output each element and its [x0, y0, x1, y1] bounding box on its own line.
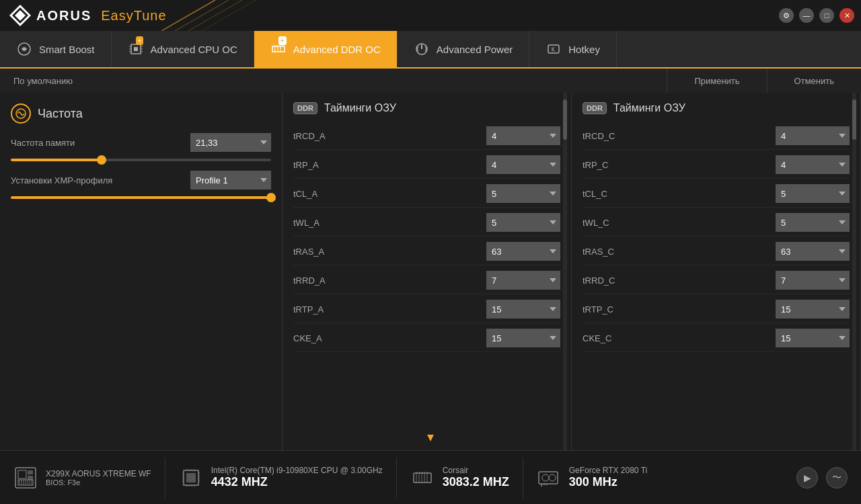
- timing-row: tWL_A 5: [293, 209, 560, 237]
- scroll-indicator-a: [563, 93, 567, 450]
- svg-rect-69: [539, 472, 558, 484]
- close-button[interactable]: ✕: [839, 8, 854, 23]
- tab-advanced-cpu-oc[interactable]: Advanced CPU OC +: [112, 31, 254, 67]
- ddr-c-badge: DDR: [583, 102, 607, 114]
- timing-label-tWL_A: tWL_A: [293, 218, 340, 228]
- bottom-controls: ▶ 〜: [796, 467, 848, 489]
- freq-memory-row: Частота памяти 21,33: [11, 133, 271, 152]
- svg-rect-29: [18, 470, 26, 478]
- timing-label-tWL_C: tWL_C: [583, 218, 630, 228]
- mb-icon: [13, 466, 38, 490]
- xmp-slider-track[interactable]: [11, 196, 271, 199]
- ddr-a-timings-list: tRCD_A 4 tRP_A 4 tCL_A 5 tWL_A 5 tRAS_A …: [293, 122, 560, 352]
- timing-row: tRAS_A 63: [293, 238, 560, 265]
- timing-dropdown-tRP_A[interactable]: 4: [486, 155, 560, 174]
- svg-point-70: [542, 474, 549, 481]
- timing-dropdown-CKE_A[interactable]: 15: [486, 329, 560, 347]
- timing-row: tWL_C 5: [583, 209, 850, 237]
- gpu-name: GeForce RTX 2080 Ti: [569, 466, 648, 475]
- default-button[interactable]: По умолчанию: [0, 69, 100, 93]
- tab-advanced-ddr-oc[interactable]: Advanced DDR OC +: [254, 31, 398, 67]
- svg-rect-30: [28, 470, 33, 474]
- timing-dropdown-tRCD_A[interactable]: 4: [486, 126, 560, 145]
- tab-smart-boost-label: Smart Boost: [39, 44, 95, 55]
- frequency-title-text: Частота: [38, 107, 83, 121]
- tab-advanced-ddr-oc-label: Advanced DDR OC: [293, 44, 381, 55]
- aorus-logo: AORUS: [8, 3, 91, 28]
- xmp-slider-container: [11, 196, 271, 199]
- freq-slider-thumb[interactable]: [97, 155, 106, 165]
- timing-dropdown-tWL_C[interactable]: 5: [776, 213, 850, 232]
- xmp-slider-fill: [11, 196, 271, 199]
- timing-label-tRCD_A: tRCD_A: [293, 131, 340, 141]
- frequency-panel: Частота Частота памяти 21,33 Установки X…: [0, 93, 283, 450]
- xmp-profile-dropdown[interactable]: Profile 1: [190, 171, 271, 190]
- svg-line-3: [161, 0, 215, 31]
- main-content: Частота Частота памяти 21,33 Установки X…: [0, 93, 861, 450]
- ddr-a-title: DDR Тайминги ОЗУ: [293, 102, 560, 114]
- xmp-slider-thumb[interactable]: [266, 193, 276, 202]
- timing-row: tRAS_C 63: [583, 238, 850, 265]
- timing-dropdown-tRCD_C[interactable]: 4: [776, 126, 850, 145]
- minimize-button[interactable]: —: [799, 8, 814, 23]
- timing-dropdown-tRAS_C[interactable]: 63: [776, 242, 850, 261]
- window-controls: ⚙ — □ ✕: [779, 8, 854, 23]
- logo-area: AORUS EasyTune: [8, 3, 167, 28]
- svg-rect-31: [28, 476, 33, 480]
- timing-label-tRRD_A: tRRD_A: [293, 276, 340, 286]
- timing-row: tRCD_C 4: [583, 122, 850, 150]
- svg-text:K: K: [552, 47, 555, 53]
- timing-dropdown-tRTP_C[interactable]: 15: [776, 300, 850, 319]
- tab-advanced-power[interactable]: Advanced Power: [398, 31, 529, 67]
- title-decoration: [161, 0, 430, 31]
- tab-hotkey-label: Hotkey: [568, 44, 600, 55]
- freq-slider-track[interactable]: [11, 159, 271, 161]
- timing-dropdown-tRRD_C[interactable]: 7: [776, 271, 850, 290]
- svg-line-5: [188, 0, 242, 31]
- timing-dropdown-tRRD_A[interactable]: 7: [486, 271, 560, 290]
- svg-rect-41: [186, 473, 196, 482]
- aorus-icon: [8, 3, 32, 28]
- scroll-indicator-c: [852, 93, 856, 450]
- wave-button[interactable]: 〜: [826, 467, 848, 489]
- cpu-info: Intel(R) Core(TM) i9-10980XE CPU @ 3.00G…: [211, 466, 383, 489]
- apply-button[interactable]: Применить: [667, 69, 766, 93]
- timing-row: tCL_A 5: [293, 180, 560, 208]
- play-button[interactable]: ▶: [796, 467, 818, 489]
- freq-memory-label: Частота памяти: [11, 138, 75, 148]
- freq-slider-fill: [11, 159, 102, 161]
- mb-info: X299X AORUS XTREME WF BIOS: F3e: [46, 469, 151, 487]
- timing-row: tRP_A 4: [293, 151, 560, 179]
- timing-dropdown-tWL_A[interactable]: 5: [486, 213, 560, 232]
- ram-icon: [410, 466, 435, 490]
- timing-dropdown-tCL_C[interactable]: 5: [776, 184, 850, 203]
- cancel-button[interactable]: Отменить: [767, 69, 861, 93]
- status-gpu: GeForce RTX 2080 Ti 300 MHz: [523, 458, 661, 498]
- scroll-thumb-c: [852, 99, 856, 140]
- settings-button[interactable]: ⚙: [779, 8, 794, 23]
- timing-dropdown-tCL_A[interactable]: 5: [486, 184, 560, 203]
- timing-dropdown-CKE_C[interactable]: 15: [776, 329, 850, 347]
- timing-row: tRTP_A 15: [293, 296, 560, 323]
- ddr-panel-a: DDR Тайминги ОЗУ tRCD_A 4 tRP_A 4 tCL_A …: [283, 93, 572, 450]
- timing-dropdown-tRP_C[interactable]: 4: [776, 155, 850, 174]
- tab-hotkey[interactable]: K Hotkey: [529, 31, 617, 67]
- timing-row: tRRD_A 7: [293, 267, 560, 294]
- scroll-down-indicator[interactable]: ▾: [427, 429, 434, 445]
- svg-line-6: [202, 0, 256, 31]
- mb-name: X299X AORUS XTREME WF: [46, 469, 151, 478]
- timing-dropdown-tRTP_A[interactable]: 15: [486, 300, 560, 319]
- svg-line-4: [175, 0, 229, 31]
- svg-point-71: [549, 474, 556, 481]
- tab-smart-boost[interactable]: Smart Boost: [0, 31, 112, 67]
- gpu-icon: [537, 466, 561, 490]
- hotkey-icon: K: [546, 41, 562, 57]
- timing-row: tRRD_C 7: [583, 267, 850, 294]
- frequency-icon: [11, 103, 31, 124]
- status-motherboard: X299X AORUS XTREME WF BIOS: F3e: [13, 458, 165, 498]
- timing-dropdown-tRAS_A[interactable]: 63: [486, 242, 560, 261]
- timing-row: CKE_C 15: [583, 325, 850, 352]
- ram-freq: 3083.2 MHZ: [443, 475, 509, 489]
- freq-memory-dropdown[interactable]: 21,33: [190, 133, 271, 152]
- maximize-button[interactable]: □: [819, 8, 834, 23]
